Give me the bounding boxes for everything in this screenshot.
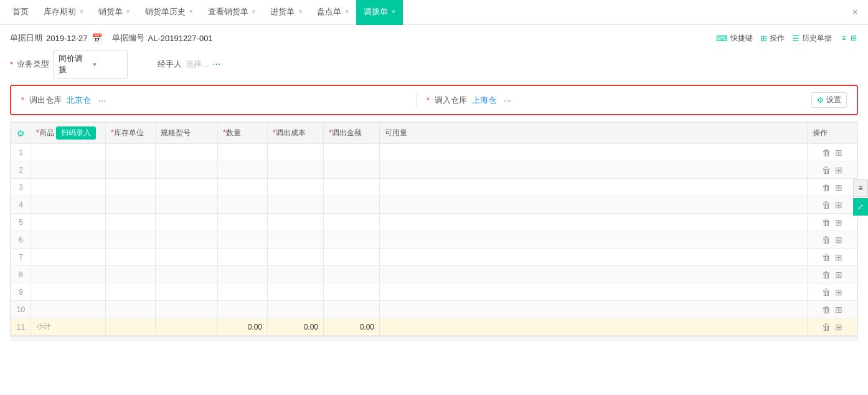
unit-cell[interactable] (106, 249, 156, 266)
delete-icon[interactable]: 🗑 (822, 305, 831, 315)
unit-cell[interactable] (106, 231, 156, 249)
amount-cell[interactable] (324, 144, 380, 161)
cost-cell[interactable] (268, 161, 324, 179)
qty-cell[interactable] (218, 231, 268, 249)
qty-cell[interactable] (218, 161, 268, 179)
delete-icon[interactable]: 🗑 (822, 322, 831, 332)
amount-cell[interactable] (324, 301, 380, 318)
close-tab-purchase-order[interactable]: × (298, 8, 302, 15)
layout-list-icon[interactable]: ≡ (839, 34, 848, 42)
qty-cell[interactable] (218, 301, 268, 318)
unit-cell[interactable] (106, 144, 156, 161)
delete-icon[interactable]: 🗑 (822, 217, 831, 227)
right-float-list-btn[interactable]: ≡ (853, 179, 868, 197)
copy-icon[interactable]: ⊞ (835, 200, 842, 210)
qty-cell[interactable] (218, 283, 268, 301)
unit-cell[interactable] (106, 301, 156, 318)
qty-cell[interactable] (218, 144, 268, 161)
copy-icon[interactable]: ⊞ (835, 183, 842, 193)
tab-home[interactable]: 首页 (5, 0, 36, 25)
product-cell[interactable] (31, 161, 106, 179)
warehouse-in-value[interactable]: 上海仓 (472, 95, 496, 106)
unit-cell[interactable] (106, 179, 156, 196)
window-close-button[interactable]: × (847, 7, 863, 18)
handler-more-icon[interactable]: ··· (212, 59, 220, 69)
close-tab-stocktake[interactable]: × (345, 8, 349, 15)
warehouse-out-value[interactable]: 北京仓 (67, 95, 91, 106)
delete-icon[interactable]: 🗑 (822, 183, 831, 193)
copy-icon[interactable]: ⊞ (835, 305, 842, 315)
amount-cell[interactable] (324, 249, 380, 266)
spec-cell[interactable] (156, 161, 218, 179)
delete-icon[interactable]: 🗑 (822, 200, 831, 210)
cost-cell[interactable] (268, 283, 324, 301)
warehouse-out-more-icon[interactable]: ··· (98, 95, 106, 105)
delete-icon[interactable]: 🗑 (822, 270, 831, 280)
cost-cell[interactable] (268, 179, 324, 196)
amount-cell[interactable] (324, 196, 380, 214)
cost-cell[interactable] (268, 301, 324, 318)
qty-cell[interactable] (218, 196, 268, 214)
unit-cell[interactable] (106, 196, 156, 214)
product-cell[interactable] (31, 231, 106, 249)
biz-type-select[interactable]: 同价调拨 ▼ (53, 50, 128, 79)
spec-cell[interactable] (156, 283, 218, 301)
product-cell[interactable] (31, 283, 106, 301)
amount-cell[interactable] (324, 266, 380, 283)
settings-btn[interactable]: ⚙ 设置 (811, 92, 847, 108)
close-tab-sales-history[interactable]: × (189, 8, 193, 15)
spec-cell[interactable] (156, 214, 218, 231)
qty-cell[interactable] (218, 249, 268, 266)
product-cell[interactable] (31, 266, 106, 283)
spec-cell[interactable] (156, 231, 218, 249)
copy-icon[interactable]: ⊞ (835, 270, 842, 280)
tab-inventory-init[interactable]: 库存期初 × (36, 0, 91, 25)
operation-btn[interactable]: ⊞ 操作 (760, 33, 785, 44)
copy-icon[interactable]: ⊞ (835, 165, 842, 175)
qty-cell[interactable] (218, 179, 268, 196)
close-tab-inventory-init[interactable]: × (80, 8, 83, 15)
spec-cell[interactable] (156, 179, 218, 196)
cost-cell[interactable] (268, 214, 324, 231)
horizontal-scrollbar[interactable] (10, 336, 858, 341)
product-cell[interactable] (31, 196, 106, 214)
warehouse-in-more-icon[interactable]: ··· (504, 95, 511, 105)
unit-cell[interactable] (106, 283, 156, 301)
scan-btn[interactable]: 扫码录入 (56, 126, 96, 140)
amount-cell[interactable] (324, 214, 380, 231)
qty-cell[interactable] (218, 214, 268, 231)
product-cell[interactable] (31, 144, 106, 161)
history-btn[interactable]: ☰ 历史单据 (792, 33, 832, 44)
cost-cell[interactable] (268, 144, 324, 161)
unit-cell[interactable] (106, 214, 156, 231)
amount-cell[interactable] (324, 283, 380, 301)
copy-icon[interactable]: ⊞ (835, 287, 842, 297)
tab-purchase-order[interactable]: 进货单 × (263, 0, 309, 25)
layout-grid-icon[interactable]: ⊞ (849, 34, 858, 42)
product-cell[interactable] (31, 179, 106, 196)
spec-cell[interactable] (156, 249, 218, 266)
tab-sales-order[interactable]: 销货单 × (91, 0, 138, 25)
cost-cell[interactable] (268, 231, 324, 249)
shortcut-btn[interactable]: ⌨ 快捷键 (716, 33, 753, 44)
tab-sales-history[interactable]: 销货单历史 × (138, 0, 200, 25)
close-tab-transfer[interactable]: × (392, 8, 395, 15)
date-value[interactable]: 2019-12-27 (46, 34, 88, 43)
unit-cell[interactable] (106, 266, 156, 283)
product-cell[interactable] (31, 301, 106, 318)
spec-cell[interactable] (156, 301, 218, 318)
tab-transfer[interactable]: 调拨单 × (356, 0, 403, 25)
copy-icon[interactable]: ⊞ (835, 252, 842, 262)
delete-icon[interactable]: 🗑 (822, 252, 831, 262)
amount-cell[interactable] (324, 161, 380, 179)
qty-cell[interactable] (218, 266, 268, 283)
cost-cell[interactable] (268, 249, 324, 266)
handler-input[interactable]: 选择... (186, 59, 209, 70)
spec-cell[interactable] (156, 144, 218, 161)
cost-cell[interactable] (268, 266, 324, 283)
close-tab-view-sales[interactable]: × (252, 8, 256, 15)
table-gear-icon[interactable]: ⚙ (17, 128, 25, 138)
unit-cell[interactable] (106, 161, 156, 179)
spec-cell[interactable] (156, 196, 218, 214)
delete-icon[interactable]: 🗑 (822, 165, 831, 175)
